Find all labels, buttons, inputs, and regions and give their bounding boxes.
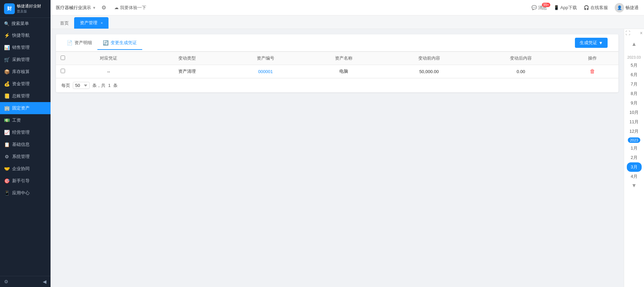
cal-year-badge: 2023: [628, 137, 640, 143]
cal-month-nov[interactable]: 11月: [627, 117, 642, 127]
toolbar-area: 生成凭证 ▼: [570, 34, 613, 51]
sidebar-item-label: 系统管理: [12, 154, 30, 160]
sidebar-item-label: 库存核算: [12, 69, 30, 75]
sidebar-item-basic-info[interactable]: 📋 基础信息: [0, 138, 51, 151]
sidebar-settings-btn[interactable]: ⚙: [4, 279, 8, 284]
th-change-type: 变动类型: [148, 52, 226, 65]
app-download-btn[interactable]: 📱 App下载: [554, 5, 577, 11]
total-unit: 条: [113, 83, 118, 89]
quick-nav-icon: ⚡: [4, 33, 9, 38]
cal-month-may[interactable]: 5月: [627, 61, 642, 70]
cal-month-mar[interactable]: 3月: [627, 162, 642, 172]
table-row: -- 资产清理 000001 电脑 50,000.00 0.00 🗑: [56, 65, 618, 78]
cal-month-feb[interactable]: 2月: [627, 153, 642, 162]
cal-month-jul[interactable]: 7月: [627, 79, 642, 89]
calendar-prev-btn[interactable]: ▲: [630, 40, 638, 49]
delete-row-btn[interactable]: 🗑: [590, 68, 595, 74]
sidebar-item-salary[interactable]: 💵 工资: [0, 114, 51, 126]
sidebar-item-label: 固定资产: [12, 105, 30, 111]
app-download-label: App下载: [560, 5, 577, 11]
calendar-panel: ⛶ × ▲ 2023.03 5月 6月 7月 8月 9月 10月 11月 12月…: [624, 29, 644, 287]
sidebar-item-management[interactable]: 📈 经营管理: [0, 126, 51, 138]
sidebar-item-purchase[interactable]: 🛒 采购管理: [0, 54, 51, 66]
sidebar-item-guide[interactable]: 🎯 新手引导: [0, 175, 51, 187]
table-toolbar: 生成凭证 ▼: [570, 34, 613, 51]
asset-detail-icon: 📄: [67, 40, 72, 45]
row-asset-no[interactable]: 000001: [226, 65, 305, 78]
th-voucher: 对应凭证: [69, 52, 148, 65]
content-area: 📄 资产明细 🔄 变更生成凭证 生成凭证 ▼: [51, 29, 644, 287]
per-page-select[interactable]: 50 10 20 100: [73, 82, 90, 89]
sidebar-item-system[interactable]: ⚙ 系统管理: [0, 151, 51, 163]
pagination-bar: 每页 50 10 20 100 条，共 1 条: [56, 78, 618, 92]
calendar-next-btn[interactable]: ▼: [630, 181, 638, 190]
cal-month-oct[interactable]: 10月: [627, 108, 642, 117]
message-btn[interactable]: 💬 消息 99+: [531, 5, 547, 11]
row-checkbox-cell: [56, 65, 69, 78]
sidebar-item-app-center[interactable]: 📱 应用中心: [0, 187, 51, 199]
row-asset-name: 电脑: [305, 65, 383, 78]
cal-month-jun[interactable]: 6月: [627, 70, 642, 79]
message-badge: 99+: [542, 3, 550, 7]
sidebar-collapse-btn[interactable]: ◀: [43, 279, 47, 284]
online-service-btn[interactable]: 🎧 在线客服: [584, 5, 608, 11]
cal-month-apr[interactable]: 4月: [627, 172, 642, 181]
calendar-close-btn[interactable]: ×: [640, 30, 643, 36]
row-change-type: 资产清理: [148, 65, 226, 78]
header-settings-btn[interactable]: ⚙: [99, 3, 109, 13]
sidebar-item-ledger[interactable]: 📒 总账管理: [0, 90, 51, 102]
sidebar-item-finance[interactable]: 💰 资金管理: [0, 78, 51, 90]
experience-btn[interactable]: ☁ 我要体验一下: [114, 5, 146, 11]
sidebar-item-label: 资金管理: [12, 81, 30, 87]
sub-tab-label: 变更生成凭证: [111, 40, 137, 46]
enterprise-icon: 🤝: [4, 166, 9, 171]
search-label: 搜索菜单: [11, 21, 29, 27]
company-selector[interactable]: 医疗器械行业演示 ▼: [56, 5, 96, 11]
sidebar: 财 畅捷通好业财 普及版 🔍 搜索菜单 ⚡ 快捷导航 📊 销售管理 🛒 采购管理…: [0, 0, 51, 287]
sidebar-item-label: 应用中心: [12, 190, 30, 196]
sub-tab-change-voucher[interactable]: 🔄 变更生成凭证: [97, 36, 142, 50]
top-header: 医疗器械行业演示 ▼ ⚙ ☁ 我要体验一下 💬 消息 99+ 📱 App下载 🎧…: [51, 0, 644, 15]
row-checkbox[interactable]: [61, 69, 65, 73]
th-before-change: 变动前内容: [383, 52, 475, 65]
inventory-icon: 📦: [4, 69, 9, 74]
sidebar-item-quick-nav[interactable]: ⚡ 快捷导航: [0, 29, 51, 41]
experience-icon: ☁: [114, 5, 119, 10]
guide-icon: 🎯: [4, 178, 9, 184]
logo-icon: 财: [4, 3, 15, 14]
online-service-label: 在线客服: [590, 5, 608, 11]
sidebar-item-label: 快捷导航: [12, 32, 30, 38]
generate-voucher-btn[interactable]: 生成凭证 ▼: [575, 38, 608, 48]
main-card: 📄 资产明细 🔄 变更生成凭证 生成凭证 ▼: [56, 34, 618, 92]
search-menu[interactable]: 🔍 搜索菜单: [0, 18, 51, 29]
cal-month-dec[interactable]: 12月: [627, 127, 642, 136]
unit-label: 条，共: [92, 83, 105, 89]
sub-tab-label: 资产明细: [74, 40, 92, 46]
cal-month-sep[interactable]: 9月: [627, 98, 642, 108]
sidebar-item-sales[interactable]: 📊 销售管理: [0, 41, 51, 54]
ledger-icon: 📒: [4, 93, 9, 99]
sidebar-item-enterprise[interactable]: 🤝 企业协同: [0, 163, 51, 175]
th-after-change: 变动后内容: [475, 52, 567, 65]
app-download-icon: 📱: [554, 5, 559, 10]
salary-icon: 💵: [4, 118, 9, 123]
sidebar-item-label: 总账管理: [12, 93, 30, 99]
tab-close-btn[interactable]: ×: [101, 21, 103, 25]
cal-month-aug[interactable]: 8月: [627, 89, 642, 98]
sidebar-item-fixed-assets[interactable]: 🏢 固定资产: [0, 102, 51, 114]
tab-asset-management[interactable]: 资产管理 ×: [74, 17, 109, 29]
tab-home[interactable]: 首页: [56, 18, 73, 29]
sub-tab-asset-detail[interactable]: 📄 资产明细: [61, 36, 97, 50]
calendar-expand-btn[interactable]: ⛶: [625, 30, 630, 36]
cal-prev-year-label: 2023.03: [627, 55, 641, 59]
app-logo: 财 畅捷通好业财 普及版: [0, 0, 51, 18]
company-name: 医疗器械行业演示: [56, 5, 91, 11]
user-profile-btn[interactable]: 👤 畅捷通: [615, 3, 639, 12]
select-all-checkbox[interactable]: [61, 56, 65, 60]
cal-nav-up: ▲: [630, 40, 638, 49]
user-name: 畅捷通: [625, 5, 639, 11]
cal-month-jan[interactable]: 1月: [627, 144, 642, 153]
sales-icon: 📊: [4, 45, 9, 50]
sidebar-item-inventory[interactable]: 📦 库存核算: [0, 66, 51, 78]
company-dropdown-icon: ▼: [92, 6, 96, 10]
